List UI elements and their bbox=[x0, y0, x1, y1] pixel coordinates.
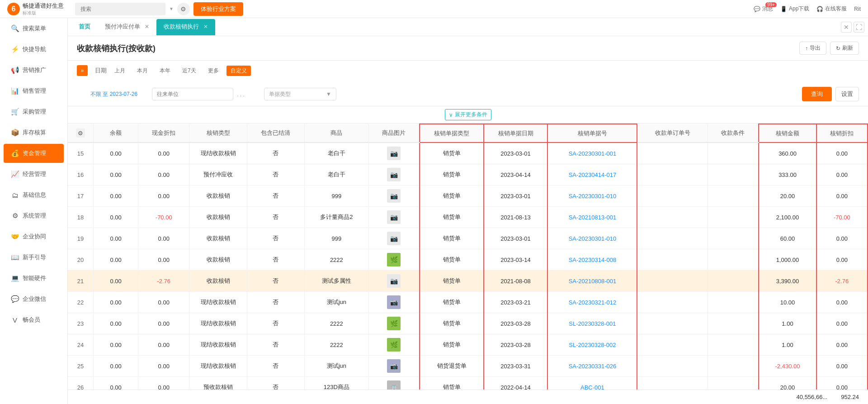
cell-verify-bill-type: 销货单 bbox=[420, 377, 484, 390]
verify-bill-no-link[interactable]: SA-20210813-001 bbox=[569, 214, 617, 221]
cell-product-img: 🌿 bbox=[368, 334, 420, 356]
cell-receipt-condition bbox=[708, 377, 759, 390]
search-input[interactable] bbox=[75, 3, 165, 15]
cell-product: 测试jun bbox=[305, 356, 369, 377]
verify-bill-no-link[interactable]: SA-20230301-010 bbox=[569, 235, 617, 242]
online-service-btn[interactable]: 🎧 在线客服 bbox=[816, 5, 847, 13]
cell-verify-amount: 20.00 bbox=[759, 377, 816, 390]
sidebar-item-operation[interactable]: 📈 经营管理 bbox=[4, 165, 64, 184]
cell-id: 23 bbox=[68, 313, 94, 334]
user-info[interactable]: Rit bbox=[854, 6, 861, 12]
sidebar-item-enterprise-label: 企业协同 bbox=[23, 233, 46, 241]
filter-custom[interactable]: 自定义 bbox=[226, 66, 251, 76]
verify-bill-no-link[interactable]: SA-20230301-010 bbox=[569, 193, 617, 200]
sidebar-item-enterprise[interactable]: 🤝 企业协同 bbox=[4, 227, 64, 246]
sidebar-item-finance[interactable]: 💰 资金管理 bbox=[4, 144, 64, 163]
cell-balance: 0.00 bbox=[94, 207, 138, 228]
verify-bill-no-link[interactable]: SA-20210808-001 bbox=[569, 278, 617, 285]
sidebar-item-inventory[interactable]: 📦 库存核算 bbox=[4, 123, 64, 142]
tabs-bar: 首页 预付冲应付单 ✕ 收款核销执行 ✕ ✕ ⛶ bbox=[68, 18, 868, 36]
cell-verify-amount: 1.00 bbox=[759, 313, 816, 334]
sidebar-item-hardware[interactable]: 💻 智能硬件 bbox=[4, 269, 64, 288]
sidebar-item-search[interactable]: 🔍 搜索菜单 bbox=[4, 19, 64, 38]
cell-receipt-condition bbox=[708, 143, 759, 164]
verify-bill-no-link[interactable]: SA-20230301-001 bbox=[569, 150, 617, 157]
verify-bill-no-link[interactable]: SA-20230331-026 bbox=[569, 363, 617, 370]
cell-verify-bill-no: ABC-001 bbox=[547, 377, 637, 390]
filter-settings-btn[interactable]: 设置 bbox=[835, 87, 859, 101]
column-settings-icon[interactable]: ⚙ bbox=[76, 128, 85, 138]
cell-verify-bill-type: 销货单 bbox=[420, 249, 484, 271]
sidebar-item-system-label: 系统管理 bbox=[23, 212, 46, 220]
filter-collapse-btn[interactable]: » bbox=[77, 65, 88, 76]
col-product-img: 商品图片 bbox=[368, 124, 420, 143]
cell-receipt-order-no bbox=[637, 334, 708, 356]
cell-verify-discount: 0.00 bbox=[816, 292, 868, 313]
sidebar-item-member[interactable]: V 畅会员 bbox=[4, 310, 64, 329]
cell-receipt-condition bbox=[708, 356, 759, 377]
verify-bill-no-link[interactable]: SA-20230414-017 bbox=[569, 171, 617, 178]
sidebar-item-quick-nav[interactable]: ⚡ 快捷导航 bbox=[4, 40, 64, 59]
receipt-type-section: 单据类型 ▼ bbox=[260, 88, 336, 100]
filter-7days[interactable]: 近7天 bbox=[178, 66, 200, 76]
verify-bill-no-link[interactable]: SL-20230328-002 bbox=[569, 342, 616, 348]
refresh-btn[interactable]: ↻ 刷新 bbox=[830, 42, 859, 55]
sidebar-item-purchase[interactable]: 🛒 采购管理 bbox=[4, 102, 64, 121]
cell-verify-amount: 2,100.00 bbox=[759, 207, 816, 228]
product-image: 🌿 bbox=[387, 338, 401, 352]
logo: 6 畅捷通谱好生意 标准版 bbox=[7, 2, 75, 16]
cell-product-img: 📷 bbox=[368, 271, 420, 292]
tab-prepay[interactable]: 预付冲应付单 ✕ bbox=[98, 19, 156, 35]
sidebar-item-guide[interactable]: 📖 新手引导 bbox=[4, 248, 64, 267]
sidebar-item-base-info[interactable]: 🗂 基础信息 bbox=[4, 185, 64, 204]
cell-verify-bill-no: SA-20230314-008 bbox=[547, 249, 637, 271]
filter-this-year[interactable]: 本年 bbox=[156, 66, 175, 76]
table-wrapper[interactable]: ⚙ 余额 现金折扣 核销类型 包含已结清 商品 商品图片 核销单据类型 核销单据… bbox=[68, 124, 868, 390]
sidebar-item-wechat[interactable]: 💬 企业微信 bbox=[4, 290, 64, 309]
sidebar-item-system[interactable]: ⚙ 系统管理 bbox=[4, 206, 64, 225]
cell-product: 123D商品 bbox=[305, 377, 369, 390]
content-area: 首页 预付冲应付单 ✕ 收款核销执行 ✕ ✕ ⛶ 收款核销执行(按收款) bbox=[68, 18, 868, 404]
expand-conditions-btn[interactable]: ∨ 展开更多条件 bbox=[445, 109, 491, 120]
col-cash-discount: 现金折扣 bbox=[138, 124, 189, 143]
cell-verify-bill-date: 2021-08-08 bbox=[484, 271, 548, 292]
verify-bill-no-link[interactable]: SA-20230314-008 bbox=[569, 257, 617, 263]
partner-input[interactable] bbox=[152, 88, 233, 100]
filter-this-month[interactable]: 本月 bbox=[133, 66, 152, 76]
search-dropdown-arrow[interactable]: ▼ bbox=[169, 6, 174, 11]
sidebar-item-hardware-label: 智能硬件 bbox=[23, 274, 46, 282]
verify-bill-no-link[interactable]: ABC-001 bbox=[580, 384, 604, 390]
query-btn[interactable]: 查询 bbox=[802, 87, 832, 101]
industry-btn[interactable]: 体验行业方案 bbox=[193, 2, 243, 16]
settings-icon[interactable]: ⚙ bbox=[177, 3, 190, 15]
cell-verify-discount: -70.00 bbox=[816, 207, 868, 228]
sidebar-item-sales[interactable]: 📊 销售管理 bbox=[4, 81, 64, 100]
col-settings: ⚙ bbox=[68, 124, 94, 143]
product-image: 📷 bbox=[387, 295, 401, 309]
cell-verify-bill-no: SA-20230414-017 bbox=[547, 164, 637, 185]
tab-expand-btn[interactable]: ⛶ bbox=[854, 22, 864, 33]
filter-more[interactable]: 更多 bbox=[204, 66, 223, 76]
filter-last-month[interactable]: 上月 bbox=[110, 66, 129, 76]
verify-bill-no-link[interactable]: SA-20230321-012 bbox=[569, 299, 617, 306]
cell-receipt-condition bbox=[708, 185, 759, 207]
cell-verify-type: 收款核销 bbox=[189, 271, 247, 292]
receipt-type-select[interactable]: 单据类型 ▼ bbox=[264, 88, 336, 100]
logo-name: 畅捷通谱好生意 bbox=[23, 2, 64, 10]
export-btn[interactable]: ↑ 导出 bbox=[799, 42, 826, 55]
sidebar-item-marketing[interactable]: 📢 营销推广 bbox=[4, 61, 64, 80]
message-btn[interactable]: 💬 消息 99+ bbox=[754, 5, 773, 13]
sidebar-item-search-label: 搜索菜单 bbox=[23, 24, 46, 33]
tab-verify-close[interactable]: ✕ bbox=[203, 24, 208, 30]
verify-bill-no-link[interactable]: SL-20230328-001 bbox=[569, 320, 616, 327]
col-receipt-condition: 收款条件 bbox=[708, 124, 759, 143]
tab-home[interactable]: 首页 bbox=[71, 19, 98, 35]
app-download-btn[interactable]: 📱 App下载 bbox=[780, 5, 809, 13]
cell-verify-type: 收款核销 bbox=[189, 228, 247, 249]
tab-verify[interactable]: 收款核销执行 ✕ bbox=[156, 19, 215, 35]
logo-sub: 标准版 bbox=[23, 10, 64, 16]
cell-verify-bill-no: SA-20230331-026 bbox=[547, 356, 637, 377]
tab-close-btn[interactable]: ✕ bbox=[841, 22, 852, 33]
tab-prepay-close[interactable]: ✕ bbox=[145, 24, 149, 30]
table-row: 23 0.00 0.00 现结收款核销 否 2222 🌿 销货单 2023-03… bbox=[68, 313, 868, 334]
